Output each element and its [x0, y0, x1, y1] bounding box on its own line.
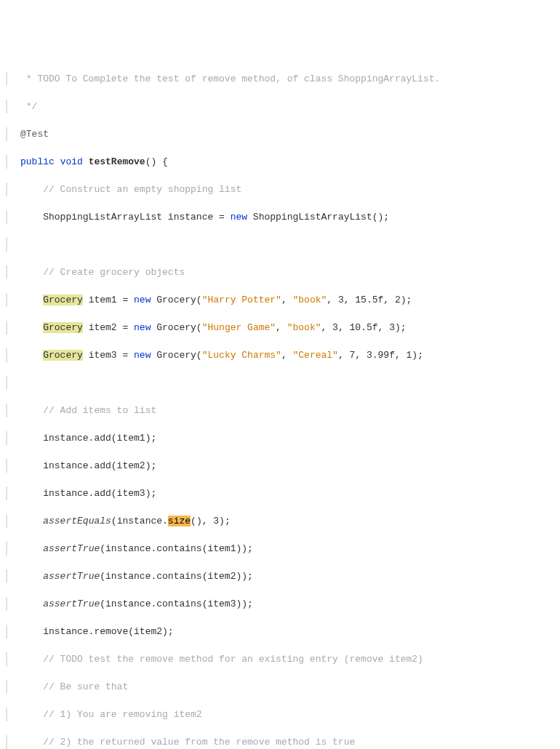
item3-decl: item3 =: [83, 350, 134, 361]
kw-void: void: [60, 156, 83, 167]
add-item3: instance.add(item3);: [20, 488, 156, 499]
kw-new: new: [134, 322, 151, 333]
assert-equals-args: (), 3);: [191, 516, 231, 526]
item2-args: , 3, 10.5f, 3);: [321, 322, 407, 333]
test-annotation: @Test: [20, 129, 49, 140]
assert-true-2: (instance.contains(item2));: [100, 571, 253, 582]
string-book: "book": [293, 295, 327, 305]
assert-true: assertTrue: [43, 543, 100, 554]
comment-step1: // 1) You are removing item2: [20, 709, 202, 720]
grocery-type-hl: Grocery: [43, 350, 83, 361]
kw-public: public: [20, 156, 55, 167]
grocery-type-hl: Grocery: [43, 295, 83, 305]
instance-decl: ShoppingListArrayList instance =: [20, 212, 231, 223]
string-hunger-game: "Hunger Game": [202, 322, 276, 333]
string-lucky-charms: "Lucky Charms": [202, 350, 281, 361]
string-cereal: "Cereal": [293, 350, 338, 361]
string-harry-potter: "Harry Potter": [202, 295, 281, 305]
instance-ctor: ShoppingListArrayList();: [247, 212, 389, 223]
comment-grocery: // Create grocery objects: [20, 267, 185, 278]
assert-true: assertTrue: [43, 571, 100, 582]
assert-true-1: (instance.contains(item1));: [100, 543, 253, 554]
comment-todo-remove: // TODO test the remove method for an ex…: [20, 654, 423, 665]
string-book: "book": [287, 322, 321, 333]
assert-true: assertTrue: [43, 598, 100, 609]
kw-new: new: [134, 295, 151, 305]
add-item1: instance.add(item1);: [20, 433, 156, 444]
size-hl: size: [168, 516, 191, 526]
kw-new: new: [134, 350, 151, 361]
comment-construct: // Construct an empty shopping list: [20, 184, 241, 195]
item3-args: , 7, 3.99f, 1);: [338, 350, 423, 361]
method-name: testRemove: [89, 156, 145, 167]
comment-add-items: // Add items to list: [20, 405, 156, 416]
comment-todo-top: * TODO To Complete the test of remove me…: [20, 73, 440, 84]
item1-args: , 3, 15.5f, 2);: [327, 295, 412, 305]
comment-close: */: [20, 101, 37, 112]
method-parens: () {: [145, 156, 168, 167]
remove-call-1: instance.remove(item2);: [20, 626, 174, 637]
assert-equals: assertEquals: [43, 516, 111, 526]
kw-new: new: [231, 212, 247, 223]
item2-decl: item2 =: [83, 322, 134, 333]
comment-step2: // 2) the returned value from the remove…: [20, 737, 355, 748]
add-item2: instance.add(item2);: [20, 460, 156, 471]
assert-true-3: (instance.contains(item3));: [100, 598, 253, 609]
code-editor: * TODO To Complete the test of remove me…: [6, 58, 560, 749]
comment-besure: // Be sure that: [20, 681, 128, 692]
grocery-type-hl: Grocery: [43, 322, 83, 333]
item1-decl: item1 =: [83, 295, 134, 305]
